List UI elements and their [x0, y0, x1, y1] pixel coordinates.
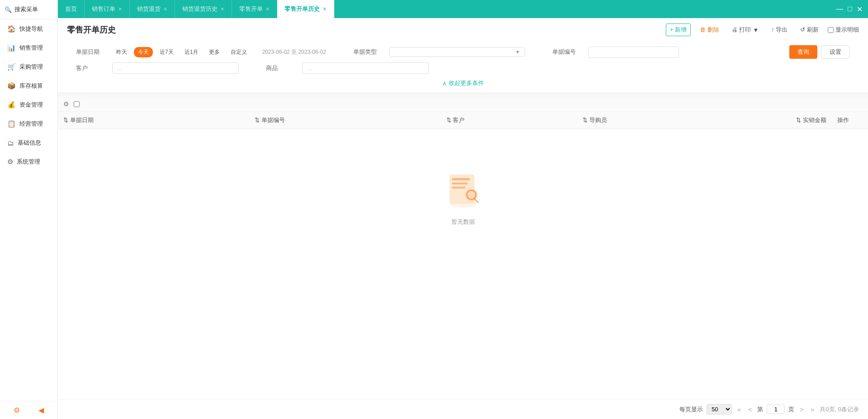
first-page-btn[interactable]: «	[735, 405, 743, 414]
date-btn-more[interactable]: 更多	[205, 47, 224, 57]
sidebar-item-basic-info[interactable]: 🗂 基础信息	[0, 133, 57, 152]
table-header: ⇅ 单据日期 ⇅ 单据编号 ⇅ 客户 ⇅ 导购员	[58, 112, 868, 129]
query-button[interactable]: 查询	[789, 45, 817, 59]
show-detail-checkbox[interactable]: 显示明细	[828, 26, 859, 34]
collapse-up-icon: ∧	[442, 80, 447, 87]
sort-icon[interactable]: ⇅	[63, 117, 68, 123]
empty-icon	[441, 165, 486, 211]
empty-text: 暂无数据	[451, 218, 475, 226]
collapse-sidebar-icon[interactable]: ◀	[38, 406, 44, 414]
sidebar-item-purchase-mgmt[interactable]: 🛒 采购管理	[0, 57, 57, 76]
sidebar-label-quick-nav: 快捷导航	[19, 25, 43, 33]
sidebar-search[interactable]: 🔍 搜索采单	[0, 0, 57, 19]
col-date: ⇅ 单据日期	[58, 112, 249, 129]
sidebar-label-purchase-mgmt: 采购管理	[19, 63, 43, 71]
date-buttons: 昨天今天近7天近1月更多自定义	[112, 47, 251, 57]
tab-close-retail-open[interactable]: ✕	[266, 6, 270, 12]
col-amount: ⇅ 实销金额	[741, 112, 832, 129]
select-all-checkbox[interactable]	[74, 101, 80, 107]
sort-icon-5[interactable]: ⇅	[796, 117, 801, 123]
sidebar-item-finance[interactable]: 💰 资金管理	[0, 95, 57, 114]
sidebar-item-sys-mgmt[interactable]: ⚙ 系统管理	[0, 152, 57, 171]
tab-retail-history[interactable]: 零售开单历史✕	[277, 0, 334, 18]
doc-type-label: 单据类型	[353, 48, 380, 56]
main-area: 首页销售订单✕销货退货✕销货退货历史✕零售开单✕零售开单历史✕ — □ ✕ 零售…	[58, 0, 868, 419]
tab-sales-return-history[interactable]: 销货退货历史✕	[175, 0, 232, 18]
date-btn-today[interactable]: 今天	[134, 47, 153, 57]
page-end-label: 页	[788, 405, 794, 414]
export-button[interactable]: ↑ 导出	[768, 24, 791, 36]
show-detail-input[interactable]	[828, 27, 834, 33]
settings-icon[interactable]: ⚙	[14, 406, 20, 414]
sidebar-icon-sys-mgmt: ⚙	[7, 158, 13, 166]
product-label: 商品	[266, 64, 293, 72]
tab-close-sales-return-history[interactable]: ✕	[220, 6, 224, 12]
print-button[interactable]: 🖨 打印 ▼	[728, 24, 763, 36]
sidebar-item-operations[interactable]: 📋 经营管理	[0, 114, 57, 133]
empty-state: 暂无数据	[58, 129, 868, 262]
sidebar-icon-inventory: 📦	[7, 82, 16, 90]
tab-close-retail-history[interactable]: ✕	[323, 6, 327, 12]
tab-label-retail-history: 零售开单历史	[285, 5, 320, 13]
filter-row-2: 客户 ... 商品 ...	[76, 62, 850, 74]
collapse-label: 收起更多条件	[449, 79, 484, 87]
tab-close-sales-return[interactable]: ✕	[163, 6, 167, 12]
date-btn-custom[interactable]: 自定义	[227, 47, 251, 57]
search-icon: 🔍	[5, 6, 12, 13]
tab-label-home: 首页	[65, 5, 77, 13]
add-label: + 新增	[670, 26, 687, 34]
sidebar-label-operations: 经营管理	[19, 120, 43, 128]
sort-icon-4[interactable]: ⇅	[583, 117, 588, 123]
print-label: 🖨 打印	[732, 26, 751, 34]
tab-sales-order[interactable]: 销售订单✕	[85, 0, 130, 18]
date-btn-yesterday[interactable]: 昨天	[112, 47, 131, 57]
svg-line-7	[474, 199, 478, 202]
sort-icon-2[interactable]: ⇅	[255, 117, 260, 123]
doc-no-input[interactable]	[588, 47, 679, 58]
delete-button[interactable]: 🗑 删除	[696, 24, 723, 36]
tab-label-sales-return-history: 销货退货历史	[182, 5, 218, 13]
date-range-text: 2023-06-02 至 2023-06-02	[262, 48, 326, 56]
sidebar-item-inventory[interactable]: 📦 库存核算	[0, 76, 57, 95]
sidebar-item-sales-mgmt[interactable]: 📊 销售管理	[0, 38, 57, 57]
product-input[interactable]: ...	[302, 62, 429, 74]
close-btn[interactable]: ✕	[857, 5, 863, 14]
maximize-btn[interactable]: □	[848, 5, 852, 13]
tab-home[interactable]: 首页	[58, 0, 85, 18]
customer-label: 客户	[76, 64, 103, 72]
customer-input[interactable]: ...	[112, 62, 239, 74]
tab-label-retail-open: 零售开单	[239, 5, 263, 13]
next-page-btn[interactable]: >	[798, 405, 805, 414]
tab-retail-open[interactable]: 零售开单✕	[232, 0, 277, 18]
page-header: 零售开单历史 + 新增 🗑 删除 🖨 打印 ▼ ↑ 导出	[58, 18, 868, 93]
sidebar-icon-purchase-mgmt: 🛒	[7, 63, 16, 71]
last-page-btn[interactable]: »	[809, 405, 816, 414]
page-title: 零售开单历史	[67, 24, 116, 35]
doc-type-select[interactable]: ▼	[389, 47, 525, 57]
page-input[interactable]	[767, 405, 785, 414]
sidebar-icon-sales-mgmt: 📊	[7, 44, 16, 52]
table-settings-icon[interactable]: ⚙	[63, 100, 69, 108]
minimize-btn[interactable]: —	[836, 5, 843, 13]
per-page-select[interactable]: 50 100 200	[707, 404, 732, 414]
sidebar-item-quick-nav[interactable]: 🏠 快捷导航	[0, 19, 57, 38]
tab-bar: 首页销售订单✕销货退货✕销货退货历史✕零售开单✕零售开单历史✕ — □ ✕	[58, 0, 868, 18]
sort-icon-3[interactable]: ⇅	[446, 117, 451, 123]
refresh-label: ↺ 刷新	[800, 26, 819, 34]
add-button[interactable]: + 新增	[666, 24, 691, 36]
col-doc-no: ⇅ 单据编号	[249, 112, 441, 129]
setting-button[interactable]: 设置	[821, 45, 850, 59]
tab-sales-return[interactable]: 销货退货✕	[130, 0, 175, 18]
tab-close-sales-order[interactable]: ✕	[118, 6, 122, 12]
sidebar-label-sys-mgmt: 系统管理	[17, 158, 40, 166]
date-btn-last_month[interactable]: 近1月	[180, 47, 203, 57]
collapse-button[interactable]: ∧ 收起更多条件	[76, 77, 850, 89]
prev-page-btn[interactable]: <	[746, 405, 754, 414]
sidebar: 🔍 搜索采单 🏠 快捷导航📊 销售管理🛒 采购管理📦 库存核算💰 资金管理📋 经…	[0, 0, 58, 419]
sidebar-label-inventory: 库存核算	[19, 82, 43, 90]
refresh-button[interactable]: ↺ 刷新	[797, 24, 822, 36]
date-btn-last7[interactable]: 近7天	[156, 47, 178, 57]
doc-no-label: 单据编号	[552, 48, 579, 56]
svg-rect-2	[452, 178, 470, 180]
col-customer: ⇅ 客户	[441, 112, 578, 129]
